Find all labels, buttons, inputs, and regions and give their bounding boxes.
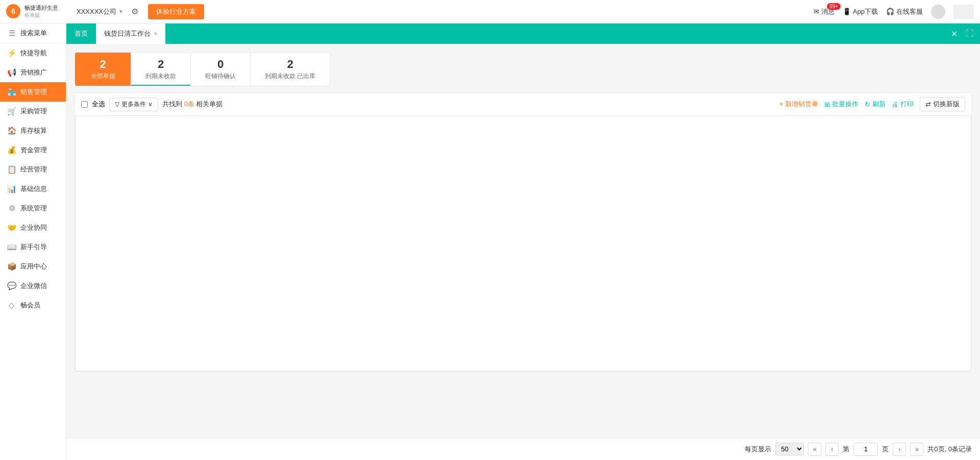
sidebar-item-basic-info[interactable]: 📊 基础信息 [0,179,66,199]
stats-count-all: 2 [89,58,116,71]
member-icon: ◇ [7,301,16,310]
app-download-button[interactable]: 📱 App下载 [843,7,878,16]
sidebar-item-sales[interactable]: 🏪 销售管理 [0,82,66,102]
messages-button[interactable]: ✉ 消息 99+ [814,7,835,16]
toolbar: 全选 ▽ 更多条件 ∨ 共找到 0条 相关单据 + 新增销货单 ⊞ 批量操作 [75,93,971,116]
stats-label-pending: 旺铺待确认 [205,72,236,81]
company-selector[interactable]: XXXXXX公司 ▼ [77,7,124,16]
sidebar-item-label: 营销推广 [20,68,47,77]
header-right: ✉ 消息 99+ 📱 App下载 🎧 在线客服 [814,5,974,19]
user-avatar[interactable] [931,5,945,19]
user-name-display[interactable] [953,5,974,19]
operations-icon: 📋 [7,165,16,174]
content-wrapper: 全选 ▽ 更多条件 ∨ 共找到 0条 相关单据 + 新增销货单 ⊞ 批量操作 [75,92,972,372]
sidebar-search[interactable]: ☰ 搜索菜单 [0,23,66,43]
app-name: 畅捷通好生意 [24,4,58,11]
table-area [75,116,971,371]
wechat-icon: 💬 [7,281,16,290]
company-name: XXXXXX公司 [77,7,116,16]
add-sales-order-button[interactable]: + 新增销货单 [779,100,818,109]
sidebar-item-app-center[interactable]: 📦 应用中心 [0,257,66,276]
stats-tab-overdue-shipped[interactable]: 2 到期未收款 已出库 [251,53,330,86]
settings-icon[interactable]: ⚙ [128,5,142,19]
stats-label-overdue: 到期未收款 [145,72,176,81]
sidebar-item-label: 企业微信 [20,281,47,290]
batch-icon: ⊞ [824,101,830,108]
page-summary: 共0页, 0条记录 [927,445,972,454]
tab-minimize-icon[interactable]: ✕ [949,27,960,41]
last-page-button[interactable]: » [910,443,923,456]
first-page-button[interactable]: « [808,443,821,456]
page-number-input[interactable]: 1 [853,443,878,456]
page-prefix: 第 [843,445,849,454]
per-page-label: 每页显示 [745,445,771,454]
sidebar-item-inventory[interactable]: 🏠 库存核算 [0,121,66,140]
system-icon: ⚙ [7,204,16,213]
stats-count-overdue: 2 [145,58,176,71]
stats-count-overdue-shipped: 2 [265,58,315,71]
sidebar-item-label: 系统管理 [20,204,47,213]
stats-tabs: 2 全部单据 2 到期未收款 0 旺铺待确认 2 到期未收款 已出库 [75,52,330,86]
sidebar-item-label: 企业协同 [20,223,47,232]
sidebar-item-label: 资金管理 [20,146,47,155]
print-button[interactable]: 🖨 打印 [892,100,914,109]
tab-cashflow[interactable]: 钱货日清工作台 × [96,23,165,44]
sidebar-item-label: 畅会员 [20,301,40,310]
found-count: 0条 [184,100,194,108]
message-badge: 99+ [827,3,841,10]
prev-page-button[interactable]: ‹ [825,443,839,456]
next-page-button[interactable]: › [893,443,906,456]
sidebar-item-enterprise[interactable]: 🤝 企业协同 [0,218,66,237]
trial-button[interactable]: 体验行业方案 [148,4,204,19]
inventory-icon: 🏠 [7,126,16,135]
search-icon: ☰ [7,29,16,38]
stats-label-all: 全部单据 [89,72,116,81]
refresh-button[interactable]: ↻ 刷新 [865,100,886,109]
sidebar-item-quick-nav[interactable]: ⚡ 快捷导航 [0,43,66,63]
sidebar-item-operations[interactable]: 📋 经营管理 [0,160,66,179]
filter-icon: ▽ [115,101,119,108]
app-center-icon: 📦 [7,262,16,271]
stats-tab-pending[interactable]: 0 旺铺待确认 [191,53,251,86]
guide-icon: 📖 [7,243,16,252]
sidebar-item-purchase[interactable]: 🛒 采购管理 [0,102,66,121]
online-service-button[interactable]: 🎧 在线客服 [886,7,923,16]
dropdown-icon: ∨ [148,101,153,108]
company-dropdown-arrow: ▼ [118,9,124,14]
tab-home[interactable]: 首页 [66,23,96,44]
select-all-checkbox[interactable] [81,101,88,108]
sidebar-item-finance[interactable]: 💰 资金管理 [0,140,66,160]
sidebar-item-marketing[interactable]: 📢 营销推广 [0,63,66,82]
top-header: 6 畅捷通好生意 标准版 XXXXXX公司 ▼ ⚙ 体验行业方案 ✉ 消息 99… [0,0,980,23]
refresh-icon: ↻ [865,101,870,108]
sales-icon: 🏪 [7,87,16,96]
tab-close-icon[interactable]: × [154,30,157,37]
sidebar: ☰ 搜索菜单 ⚡ 快捷导航 📢 营销推广 🏪 销售管理 🛒 采购管理 🏠 库存核… [0,0,66,460]
more-filters-button[interactable]: ▽ 更多条件 ∨ [109,98,158,111]
enterprise-icon: 🤝 [7,223,16,232]
stats-tab-all[interactable]: 2 全部单据 [75,53,131,86]
sidebar-item-wechat[interactable]: 💬 企业微信 [0,276,66,296]
sidebar-item-label: 基础信息 [20,184,47,193]
sidebar-item-member[interactable]: ◇ 畅会员 [0,296,66,315]
purchase-icon: 🛒 [7,107,16,116]
download-icon: 📱 [843,8,851,15]
logo-area: 6 畅捷通好生意 标准版 [6,4,72,18]
sidebar-item-system[interactable]: ⚙ 系统管理 [0,199,66,218]
message-icon: ✉ [814,8,819,15]
sidebar-item-label: 快捷导航 [20,49,47,58]
sidebar-item-guide[interactable]: 📖 新手引导 [0,237,66,257]
page-suffix: 页 [882,445,889,454]
pagination-bar: 每页显示 50 100 200 « ‹ 第 1 页 › » 共0页, 0条记录 [66,438,980,460]
stats-label-overdue-shipped: 到期未收款 已出库 [265,72,315,81]
finance-icon: 💰 [7,146,16,155]
batch-operations-button[interactable]: ⊞ 批量操作 [824,100,859,109]
stats-tab-overdue[interactable]: 2 到期未收款 [131,53,191,86]
search-label: 搜索菜单 [20,29,47,38]
sidebar-item-label: 销售管理 [20,87,47,96]
switch-version-button[interactable]: ⇄ 切换新版 [920,97,965,111]
per-page-select[interactable]: 50 100 200 [775,443,804,455]
tab-maximize-icon[interactable]: ⛶ [964,27,976,40]
quick-nav-icon: ⚡ [7,49,16,58]
tab-actions: ✕ ⛶ [949,27,980,41]
